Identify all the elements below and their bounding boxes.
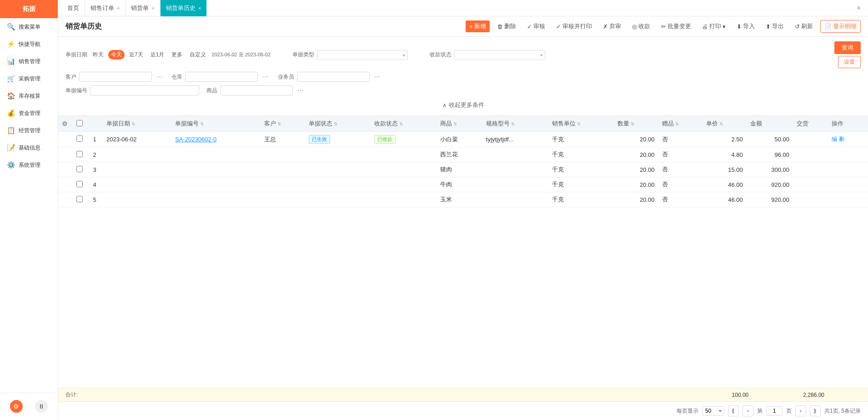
tab-bar-close-btn[interactable]: × [853,4,864,12]
row-checkbox[interactable] [76,181,83,187]
sidebar-item-ops-mgmt[interactable]: 📋 经营管理 [0,122,58,139]
goods-ellipsis[interactable]: ··· [296,86,305,95]
spec-sort-icon[interactable]: ⇅ [511,121,515,126]
cell-spec [482,177,548,192]
customer-ellipsis[interactable]: ··· [155,73,164,81]
sidebar: 拓据 🔍 搜索菜单 ⚡ 快捷导航 📊 销售管理 🛒 采购管理 🏠 库存核算 💰 … [0,0,58,420]
row-checkbox[interactable] [76,196,83,202]
col-price: 单价 ⇅ [702,116,747,132]
doc-date-sort-icon[interactable]: ⇅ [131,121,135,126]
collect-button[interactable]: ◎ 收款 [628,20,654,32]
cell-ops [828,162,868,177]
tab-sales-order[interactable]: 销售订单 × [85,0,125,16]
edit-op-btn[interactable]: 编 [832,136,837,142]
staff-input[interactable] [297,72,370,82]
total-info: 共1页, 5条记录 [824,407,861,415]
price-sort-icon[interactable]: ⇅ [719,121,723,126]
settings-icon[interactable]: ⚙ [10,400,23,413]
sidebar-item-basic-info[interactable]: 📝 基础信息 [0,139,58,156]
import-button[interactable]: ⬇ 导入 [733,20,758,32]
row-checkbox[interactable] [76,151,83,157]
qty-sort-icon[interactable]: ⇅ [631,121,634,126]
date-tab-today[interactable]: 今天 [108,50,125,60]
row-checkbox[interactable] [76,135,83,142]
tab-sales-goods-close[interactable]: × [151,5,154,11]
audit-icon: ✓ [527,23,532,30]
page-num-input[interactable]: 1 [766,406,783,415]
sidebar-item-inventory-calc[interactable]: 🏠 库存核算 [0,87,58,105]
cell-doc-date [103,192,171,207]
doc-no-link[interactable]: SA-20230602-0 [175,136,216,143]
cell-seq: 5 [86,192,103,207]
per-page-select[interactable]: 50 100 200 [702,406,724,415]
doc-status-sort-icon[interactable]: ⇅ [334,121,337,126]
export-button[interactable]: ⬆ 导出 [762,20,788,32]
pause-icon[interactable]: ⏸ [35,400,48,413]
collect-status-input[interactable] [454,50,545,60]
cell-settings [58,177,73,192]
tab-sales-order-close[interactable]: × [117,5,120,11]
goods-sort-icon[interactable]: ⇅ [453,121,457,126]
date-tab-yesterday[interactable]: 昨天 [90,50,106,60]
warehouse-ellipsis[interactable]: ··· [261,73,270,81]
delete-op-btn[interactable]: 删 [839,136,844,142]
doc-type-input[interactable] [317,50,408,60]
first-page-btn[interactable]: ⟪ [728,405,739,416]
sidebar-item-finance-mgmt[interactable]: 💰 资金管理 [0,105,58,122]
doc-no-input[interactable] [90,85,199,95]
abandon-button[interactable]: ✗ 弃审 [599,20,625,32]
cell-checkbox [73,177,86,192]
date-tab-more[interactable]: 更多 [169,50,185,60]
tab-sales-history[interactable]: 销货单历史 × [161,0,207,16]
staff-ellipsis[interactable]: ··· [372,73,382,81]
query-button[interactable]: 查询 [834,41,861,54]
show-detail-button[interactable]: 📄 显示明细 [820,20,861,33]
doc-status-badge: 已生效 [309,135,330,144]
tab-sales-history-close[interactable]: × [198,5,201,11]
cell-price: 46.00 [702,192,747,207]
sidebar-item-quick-nav[interactable]: ⚡ 快捷导航 [0,35,58,53]
set-button[interactable]: 设置 [838,56,861,68]
print-button[interactable]: 🖨 打印 ▾ [698,20,729,32]
customer-sort-icon[interactable]: ⇅ [277,121,281,126]
import-icon: ⬇ [737,23,742,30]
cell-doc-date: 2023-06-02 [103,132,171,147]
refresh-button[interactable]: ↺ 刷新 [791,20,817,32]
prev-page-btn[interactable]: ‹ [743,405,753,416]
cell-price: 46.00 [702,177,747,192]
last-page-btn[interactable]: ⟫ [810,405,821,416]
cell-delivery [793,177,828,192]
goods-input[interactable] [220,85,293,95]
filter-row-2: 客户 ··· 仓库 ··· 业务员 ··· [65,72,861,82]
collapse-button[interactable]: ∧ 收起更多条件 [65,99,861,111]
unit-sort-icon[interactable]: ⇅ [577,121,581,126]
doc-no-sort-icon[interactable]: ⇅ [200,121,204,126]
audit-print-button[interactable]: ✓ 审核并打印 [552,20,596,32]
sidebar-item-sales-mgmt[interactable]: 📊 销售管理 [0,53,58,70]
cell-amount: 96.00 [747,147,793,162]
collapse-icon: ∧ [442,102,447,109]
pay-status-sort-icon[interactable]: ⇅ [399,121,403,126]
gift-sort-icon[interactable]: ⇅ [675,121,679,126]
new-button[interactable]: + 新增 [466,20,490,32]
tab-home[interactable]: 首页 [62,0,85,16]
cell-goods: 牛肉 [437,177,482,192]
sidebar-item-purchase-mgmt[interactable]: 🛒 采购管理 [0,70,58,87]
date-tab-custom[interactable]: 自定义 [187,50,209,60]
customer-input[interactable] [79,72,152,82]
date-tab-last1month[interactable]: 近1月 [148,50,167,60]
select-all-checkbox[interactable] [76,120,83,126]
audit-button[interactable]: ✓ 审核 [523,20,549,32]
next-page-btn[interactable]: › [795,405,806,416]
batch-change-button[interactable]: ✏ 批量变更 [657,20,695,32]
tab-sales-goods[interactable]: 销货单 × [125,0,160,16]
delete-button[interactable]: 🗑 删除 [493,20,520,32]
date-tab-last7days[interactable]: 近7天 [126,50,146,60]
cell-gift: 否 [658,162,702,177]
filter-customer: 客户 ··· [65,72,164,82]
warehouse-input[interactable] [185,72,258,82]
sidebar-item-sys-mgmt[interactable]: ⚙️ 系统管理 [0,156,58,174]
row-checkbox[interactable] [76,166,83,172]
sidebar-item-search-menu[interactable]: 🔍 搜索菜单 [0,18,58,35]
table-settings-icon[interactable]: ⚙ [62,120,68,127]
